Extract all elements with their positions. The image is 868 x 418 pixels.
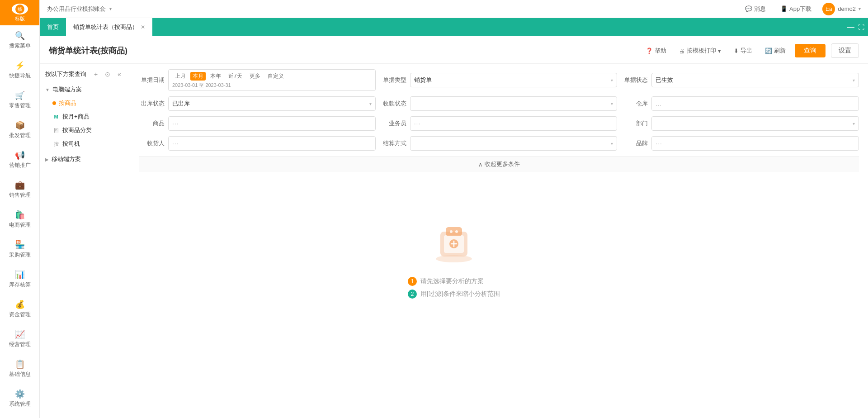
receiver-dots: ··· (172, 140, 179, 147)
tab-maximize-btn[interactable]: ⛶ (858, 24, 864, 31)
collapse-panel-btn[interactable]: « (114, 69, 124, 79)
tip1-text: 请先选择要分析的方案 (420, 277, 484, 285)
print-btn[interactable]: 🖨 按模板打印 ▾ (675, 45, 725, 57)
tree-parent-mobile[interactable]: ▶ 移动端方案 (40, 152, 130, 166)
tree-child-by-month-product[interactable]: M 按月+商品 (40, 110, 130, 124)
filter-row-4: 收货人 ··· 结算方式 ▾ 品牌 (139, 136, 859, 151)
department-label: 部门 (623, 119, 648, 128)
payment-control[interactable]: ▾ (410, 96, 618, 111)
type-control[interactable]: 销货单 ▾ (410, 73, 618, 87)
sidebar-item-retail[interactable]: 🛒 零售管理 (0, 85, 39, 115)
date-tab-more[interactable]: 更多 (247, 71, 263, 81)
month-product-icon: M (52, 113, 60, 120)
help-btn[interactable]: ❓ 帮助 (642, 45, 670, 57)
sidebar-item-purchase[interactable]: 🏪 采购管理 (0, 234, 39, 264)
tab-report[interactable]: 销货单统计表（按商品） ✕ (66, 18, 152, 36)
user-info[interactable]: Ea demo2 ▾ (822, 3, 861, 15)
edit-scheme-btn[interactable]: ⊙ (103, 69, 113, 79)
filter-area: 按以下方案查询 + ⊙ « ▼ 电脑端方案 按商品 (40, 64, 868, 177)
sidebar-nav: 🔍 搜索菜单 ⚡ 快捷导航 🛒 零售管理 📦 批发管理 📢 营销推广 💼 销售管… (0, 25, 39, 418)
tree-child-by-product[interactable]: 按商品 (40, 96, 130, 110)
page-actions: ❓ 帮助 🖨 按模板打印 ▾ ⬇ 导出 🔄 刷新 查询 设置 (642, 43, 859, 58)
filter-brand: 品牌 ··· (623, 136, 859, 151)
sidebar-item-operations[interactable]: 📈 经营管理 (0, 324, 39, 354)
stock-label: 出库状态 (139, 100, 165, 108)
department-control[interactable]: ▾ (651, 116, 859, 131)
date-tab-7days[interactable]: 近7天 (226, 71, 245, 81)
refresh-icon: 🔄 (765, 48, 772, 54)
marketing-icon: 📢 (15, 150, 25, 160)
settings-btn[interactable]: 设置 (831, 43, 859, 58)
sidebar-item-quicknav-label: 快捷导航 (9, 72, 31, 80)
sidebar-item-wholesale[interactable]: 📦 批发管理 (0, 115, 39, 145)
download-icon: 📱 (780, 5, 788, 12)
download-label: App下载 (789, 5, 811, 13)
message-btn[interactable]: 💬 消息 (741, 3, 769, 15)
add-scheme-btn[interactable]: + (91, 69, 101, 79)
tab-report-label: 销货单统计表（按商品） (73, 23, 138, 31)
salesperson-control[interactable]: ··· (410, 116, 618, 131)
tab-minimize-btn[interactable]: — (847, 23, 854, 31)
payment-label: 收款状态 (381, 100, 406, 108)
tree-child-label-by-cashier: 按司机 (62, 140, 80, 148)
sidebar-item-marketing[interactable]: 📢 营销推广 (0, 145, 39, 175)
stock-control[interactable]: 已出库 ▾ (168, 96, 376, 111)
sidebar-item-inventory[interactable]: 📊 库存核算 (0, 264, 39, 294)
salesperson-dots: ··· (414, 120, 421, 127)
sidebar-item-operations-label: 经营管理 (9, 341, 31, 348)
date-tab-custom[interactable]: 自定义 (265, 71, 287, 81)
date-tab-this-month[interactable]: 本月 (190, 72, 206, 81)
operations-icon: 📈 (15, 329, 25, 339)
topbar-left: 办公用品行业模拟账套 ▾ (47, 5, 112, 13)
tab-close-btn[interactable]: ✕ (141, 24, 145, 30)
sidebar-item-system[interactable]: ⚙️ 系统管理 (0, 384, 39, 413)
department-arrow: ▾ (853, 121, 855, 126)
tree-child-label-by-category: 按商品分类 (62, 126, 92, 134)
export-btn[interactable]: ⬇ 导出 (730, 45, 756, 57)
date-tab-this-year[interactable]: 本年 (208, 71, 224, 81)
receiver-control[interactable]: ··· (168, 136, 376, 151)
query-btn[interactable]: 查询 (795, 44, 826, 57)
sidebar-item-enterprise[interactable]: 🏢 企业协同 (0, 413, 39, 418)
date-control[interactable]: 上月 本月 本年 近7天 更多 自定义 2023-03-01 至 2023-03… (168, 69, 376, 91)
type-value: 销货单 (414, 76, 432, 84)
brand-control[interactable]: ··· (651, 136, 859, 151)
svg-point-10 (455, 230, 458, 233)
tree-parent-pc[interactable]: ▼ 电脑端方案 (40, 83, 130, 96)
username-label: demo2 (838, 5, 856, 12)
status-control[interactable]: 已生效 ▾ (651, 73, 859, 87)
cashier-icon: 按 (52, 140, 60, 147)
sidebar-item-finance-label: 资金管理 (9, 311, 31, 318)
sidebar-item-quicknav[interactable]: ⚡ 快捷导航 (0, 55, 39, 85)
status-arrow: ▾ (853, 78, 855, 83)
tree-pc: ▼ 电脑端方案 按商品 M 按月+商品 回 按商品分类 (40, 83, 130, 151)
date-tabs-row: 上月 本月 本年 近7天 更多 自定义 (172, 71, 372, 81)
print-label: 按模板打印 (687, 47, 716, 55)
tree-child-by-cashier[interactable]: 按 按司机 (40, 137, 130, 151)
settlement-arrow: ▾ (611, 141, 613, 146)
sidebar-item-marketing-label: 营销推广 (9, 162, 31, 169)
sidebar-item-sales[interactable]: 💼 销售管理 (0, 175, 39, 204)
sidebar-item-finance[interactable]: 💰 资金管理 (0, 294, 39, 324)
warehouse-control[interactable]: … (651, 96, 859, 111)
active-dot (52, 101, 56, 105)
sidebar-item-search[interactable]: 🔍 搜索菜单 (0, 25, 39, 55)
title-dropdown-arrow[interactable]: ▾ (109, 6, 112, 11)
sidebar-item-wholesale-label: 批发管理 (9, 132, 31, 139)
warehouse-placeholder: … (656, 100, 661, 107)
refresh-btn[interactable]: 🔄 刷新 (761, 45, 789, 57)
left-panel: 按以下方案查询 + ⊙ « ▼ 电脑端方案 按商品 (40, 64, 130, 177)
tree-child-by-category[interactable]: 回 按商品分类 (40, 124, 130, 137)
app-download-btn[interactable]: 📱 App下载 (777, 3, 815, 15)
tip2-text: 用[过滤]条件来缩小分析范围 (420, 290, 500, 298)
collapse-bar[interactable]: ∧ 收起更多条件 (139, 156, 859, 172)
date-tab-last-month[interactable]: 上月 (172, 71, 189, 81)
print-dropdown-arrow: ▾ (718, 48, 721, 54)
tab-home[interactable]: 首页 (40, 18, 66, 36)
sidebar-item-ecommerce[interactable]: 🛍️ 电商管理 (0, 204, 39, 234)
status-value: 已生效 (656, 76, 673, 84)
warehouse-label: 仓库 (623, 100, 648, 108)
product-control[interactable]: ··· (168, 116, 376, 131)
sidebar-item-basic[interactable]: 📋 基础信息 (0, 354, 39, 384)
settlement-control[interactable]: ▾ (410, 136, 618, 151)
